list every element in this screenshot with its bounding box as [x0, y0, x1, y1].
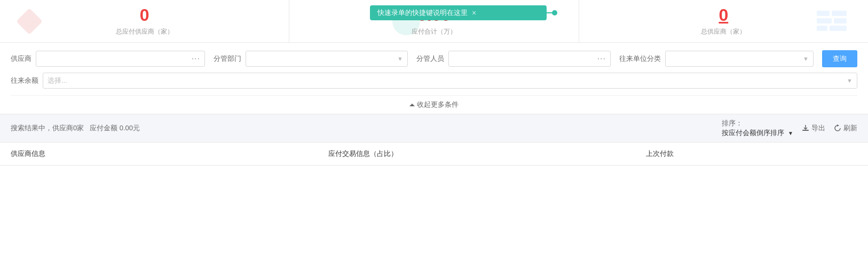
unit-class-label: 往来单位分类 [619, 54, 661, 64]
table-header: 供应商信息 应付交易信息（占比） 上次付款 [0, 143, 868, 166]
sort-label: 排序： 按应付会额倒序排序 ▼ [722, 119, 793, 138]
col-header-lastpay: 上次付款 [646, 149, 858, 159]
col-header-supplier: 供应商信息 [11, 149, 328, 159]
tooltip-text: 快速录单的快捷键说明在这里 [377, 8, 468, 18]
svg-rect-9 [830, 26, 847, 31]
stat-payable-total: ¥ 0.00 应付合计（万） 快速录单的快捷键说明在这里 × [289, 0, 579, 42]
filter-balance-cell: 往来余额 选择... ▼ [11, 73, 857, 89]
refresh-btn[interactable]: 刷新 [834, 123, 857, 133]
chevron-up-icon [409, 104, 415, 106]
diamond-icon [16, 8, 43, 35]
query-button[interactable]: 查询 [822, 50, 857, 67]
filter-bar: 供应商 ··· 分管部门 ▼ 分管人员 ··· 往来单位分类 [0, 43, 868, 114]
unit-class-select[interactable]: ▼ [665, 51, 814, 67]
filter-row-2: 往来余额 选择... ▼ [11, 73, 857, 89]
tooltip-dot [552, 10, 557, 15]
person-label: 分管人员 [416, 54, 444, 64]
stat-total-suppliers-value: 0 [719, 6, 728, 25]
sort-select-btn[interactable]: 按应付会额倒序排序 ▼ [722, 128, 793, 138]
balance-placeholder: 选择... [48, 76, 67, 85]
person-input[interactable]: ··· [448, 51, 611, 67]
export-btn[interactable]: 导出 [802, 123, 825, 133]
dept-chevron-icon: ▼ [397, 56, 403, 62]
svg-rect-4 [817, 11, 830, 16]
filter-row-1: 供应商 ··· 分管部门 ▼ 分管人员 ··· 往来单位分类 [11, 50, 857, 67]
balance-select[interactable]: 选择... ▼ [43, 73, 857, 89]
stat-payable-suppliers-value: 0 [140, 6, 149, 25]
balance-chevron-icon: ▼ [847, 77, 853, 84]
stat-total-suppliers-label: 总供应商（家） [701, 27, 746, 36]
svg-rect-7 [834, 18, 847, 23]
svg-marker-11 [837, 124, 839, 127]
dept-label: 分管部门 [214, 54, 241, 64]
svg-rect-8 [817, 26, 827, 31]
refresh-icon [834, 124, 841, 132]
supplier-label: 供应商 [11, 54, 31, 64]
person-dots-btn[interactable]: ··· [597, 54, 606, 64]
collapse-label: 收起更多条件 [417, 100, 459, 109]
shortcut-tooltip: 快速录单的快捷键说明在这里 × [370, 5, 547, 20]
col-header-payable: 应付交易信息（占比） [328, 149, 646, 159]
supplier-input[interactable]: ··· [36, 51, 205, 67]
results-bar: 搜索结果中，供应商0家 应付金额 0.00元 排序： 按应付会额倒序排序 ▼ 导… [0, 114, 868, 143]
stat-total-suppliers: 0 总供应商（家） [579, 0, 868, 42]
stat-total-payable-suppliers: 0 总应付供应商（家） [0, 0, 289, 42]
results-actions: 排序： 按应付会额倒序排序 ▼ 导出 刷新 [722, 119, 857, 138]
filter-unit-class-cell: 往来单位分类 ▼ [619, 51, 822, 67]
stat-payable-suppliers-label: 总应付供应商（家） [116, 27, 173, 36]
unit-class-chevron-icon: ▼ [803, 56, 809, 62]
grid-icon [817, 11, 847, 32]
filter-supplier-cell: 供应商 ··· [11, 51, 214, 67]
svg-rect-5 [832, 11, 847, 16]
supplier-dots-btn[interactable]: ··· [192, 54, 200, 64]
results-text: 搜索结果中，供应商0家 应付金额 0.00元 [11, 123, 140, 133]
stat-payable-total-label: 应付合计（万） [412, 27, 456, 36]
results-info: 搜索结果中，供应商0家 应付金额 0.00元 [11, 123, 140, 133]
table-body [0, 166, 868, 275]
export-icon [802, 124, 809, 132]
svg-rect-10 [802, 130, 809, 131]
filter-person-cell: 分管人员 ··· [416, 51, 619, 67]
sort-chevron-icon: ▼ [788, 130, 793, 136]
filter-dept-cell: 分管部门 ▼ [214, 51, 416, 67]
balance-label: 往来余额 [11, 76, 38, 85]
svg-rect-6 [817, 18, 832, 23]
tooltip-close-btn[interactable]: × [472, 9, 476, 17]
collapse-btn[interactable]: 收起更多条件 [11, 95, 857, 114]
stats-bar: 0 总应付供应商（家） ¥ 0.00 应付合计（万） 快速录单的快捷键说明在这里… [0, 0, 868, 43]
dept-select[interactable]: ▼ [246, 51, 408, 67]
